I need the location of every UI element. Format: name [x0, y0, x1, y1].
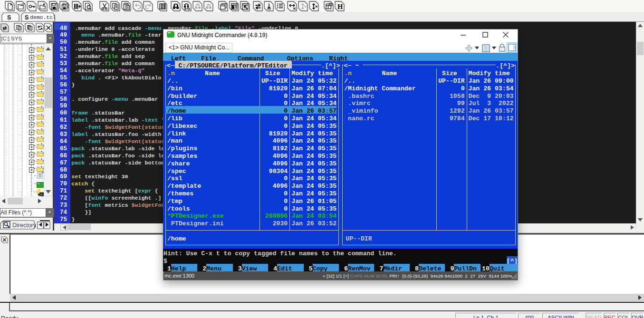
svg-text:S: S — [25, 14, 29, 21]
svg-text:H: H — [337, 3, 343, 10]
svg-text:1: 1 — [484, 46, 487, 51]
svg-text:demo.tcl: demo.tcl — [30, 15, 56, 20]
svg-text:Directory: Directory — [12, 222, 37, 229]
svg-text:A+b: A+b — [184, 7, 190, 10]
svg-text:S: S — [7, 14, 11, 21]
